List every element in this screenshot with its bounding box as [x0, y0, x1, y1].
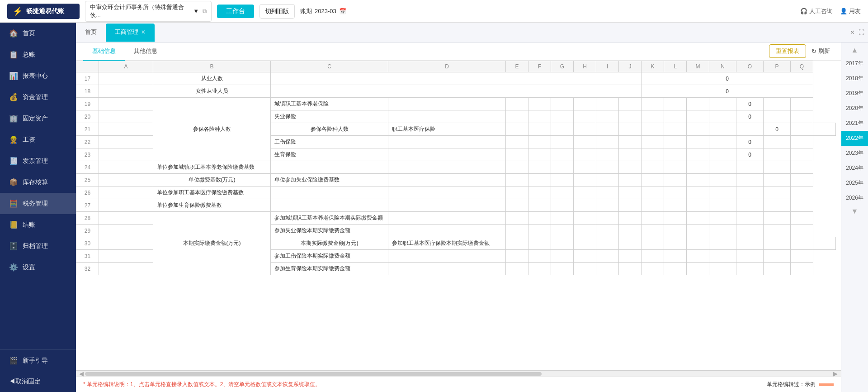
- workbench-button[interactable]: 工作台: [217, 5, 254, 18]
- sidebar-item-unpin[interactable]: ◀取消固定: [0, 371, 76, 392]
- cell-empty-22-5[interactable]: [596, 136, 619, 148]
- cell-empty-21-3[interactable]: [574, 123, 596, 136]
- scroll-right-btn[interactable]: ▶: [832, 370, 839, 377]
- cell-a-27[interactable]: [99, 199, 153, 212]
- cell-empty-29-5[interactable]: [596, 225, 619, 237]
- cell-b-17[interactable]: 从业人数: [153, 72, 271, 85]
- cell-empty-26-0[interactable]: [271, 186, 388, 199]
- tab-home[interactable]: 首页: [76, 24, 106, 42]
- cell-ln-20-0[interactable]: [642, 110, 664, 123]
- cell-empty-24-4[interactable]: [551, 161, 574, 174]
- cell-empty-31-2[interactable]: [528, 250, 551, 263]
- cell-pq-27-1[interactable]: [764, 199, 791, 212]
- cell-c-24[interactable]: 单位参加城镇职工基本养老保险缴费基数: [153, 161, 271, 174]
- cell-o-23[interactable]: 0: [736, 148, 764, 161]
- cell-b-18[interactable]: 女性从业人员: [153, 85, 271, 98]
- cell-empty-29-4[interactable]: [574, 225, 596, 237]
- sidebar-item-closing[interactable]: 📒 结账: [0, 214, 76, 235]
- cell-pq-19-0[interactable]: [764, 98, 791, 110]
- cell-pq-21-1[interactable]: [813, 123, 836, 136]
- cell-a-29[interactable]: [99, 225, 153, 237]
- cell-empty-32-3[interactable]: [551, 263, 574, 275]
- cell-empty-29-0[interactable]: [388, 225, 506, 237]
- cell-empty-30-1[interactable]: [528, 237, 551, 250]
- cell-a-28[interactable]: [99, 212, 153, 225]
- cell-b-28[interactable]: 本期实际缴费金额(万元): [153, 212, 271, 275]
- cell-empty-27-0[interactable]: [271, 199, 388, 212]
- cell-pq-23-1[interactable]: [791, 148, 813, 161]
- cell-o-32[interactable]: [736, 263, 764, 275]
- cell-ln-32-0[interactable]: [642, 263, 664, 275]
- cell-o-22[interactable]: 0: [736, 136, 764, 148]
- cell-ln-28-2[interactable]: [687, 212, 709, 225]
- cell-empty-28-6[interactable]: [619, 212, 642, 225]
- cell-empty-31-6[interactable]: [619, 250, 642, 263]
- cell-a-25[interactable]: [99, 174, 153, 186]
- cell-o-30[interactable]: [764, 237, 791, 250]
- cell-a-18[interactable]: [99, 85, 153, 98]
- cell-b-25[interactable]: 单位缴费基数(万元): [153, 174, 271, 186]
- cell-ln-31-0[interactable]: [642, 250, 664, 263]
- cell-ln-20-3[interactable]: [709, 110, 736, 123]
- cell-ln-31-3[interactable]: [709, 250, 736, 263]
- cell-empty-21-2[interactable]: [551, 123, 574, 136]
- cell-b-19[interactable]: 参保各险种人数: [153, 98, 271, 161]
- cell-a-32[interactable]: [99, 263, 153, 275]
- cell-ln-23-0[interactable]: [642, 148, 664, 161]
- cell-empty-27-6[interactable]: [596, 199, 619, 212]
- cell-ln-27-3[interactable]: [687, 199, 709, 212]
- cell-a-24[interactable]: [99, 161, 153, 174]
- cell-empty-26-5[interactable]: [574, 186, 596, 199]
- horizontal-scrollbar[interactable]: ◀ ▶: [76, 370, 841, 377]
- year-item-2024[interactable]: 2024年: [841, 161, 868, 176]
- cell-ln-20-1[interactable]: [664, 110, 687, 123]
- cell-empty-22-2[interactable]: [528, 136, 551, 148]
- cell-pq-29-0[interactable]: [764, 225, 791, 237]
- cell-ln-30-1[interactable]: [687, 237, 709, 250]
- cell-ln-27-1[interactable]: [642, 199, 664, 212]
- cell-empty-26-2[interactable]: [506, 186, 528, 199]
- cell-empty-23-0[interactable]: [388, 148, 506, 161]
- year-item-2017[interactable]: 2017年: [841, 56, 868, 71]
- year-item-2018[interactable]: 2018年: [841, 71, 868, 86]
- cell-ln-28-1[interactable]: [664, 212, 687, 225]
- sidebar-item-settings[interactable]: ⚙️ 设置: [0, 257, 76, 278]
- reset-report-button[interactable]: 重置报表: [769, 44, 806, 58]
- cell-empty-20-1[interactable]: [506, 110, 528, 123]
- cell-pq-22-1[interactable]: [791, 136, 813, 148]
- cell-empty-24-0[interactable]: [271, 161, 388, 174]
- cell-a-20[interactable]: [99, 110, 153, 123]
- year-down-button[interactable]: ▼: [849, 206, 860, 217]
- close-window-icon[interactable]: ✕: [850, 29, 855, 36]
- cell-ln-25-0[interactable]: [642, 174, 664, 186]
- cell-empty-31-1[interactable]: [506, 250, 528, 263]
- year-item-2022[interactable]: 2022年: [841, 131, 868, 146]
- cell-empty-24-3[interactable]: [528, 161, 551, 174]
- cell-empty-31-3[interactable]: [551, 250, 574, 263]
- cell-b-30[interactable]: 本期实际缴费金额(万元): [271, 237, 388, 250]
- sidebar-item-salary[interactable]: 👷 工资: [0, 129, 76, 150]
- cell-ln-27-0[interactable]: [619, 199, 642, 212]
- cell-o-21[interactable]: 0: [764, 123, 791, 136]
- cell-pq-30-0[interactable]: [791, 237, 813, 250]
- cell-empty-28-1[interactable]: [506, 212, 528, 225]
- cell-o-29[interactable]: [736, 225, 764, 237]
- cell-ln-29-1[interactable]: [664, 225, 687, 237]
- cell-o-31[interactable]: [736, 250, 764, 263]
- cell-empty-29-6[interactable]: [619, 225, 642, 237]
- cell-empty-21-5[interactable]: [619, 123, 642, 136]
- cell-empty-24-2[interactable]: [506, 161, 528, 174]
- sidebar-item-ledger[interactable]: 📋 总账: [0, 44, 76, 65]
- cell-ln-30-2[interactable]: [709, 237, 736, 250]
- scroll-left-btn[interactable]: ◀: [78, 370, 85, 377]
- cell-a-21[interactable]: [99, 123, 153, 136]
- cell-pq-20-0[interactable]: [764, 110, 791, 123]
- cell-ln-32-3[interactable]: [709, 263, 736, 275]
- cell-empty-22-0[interactable]: [388, 136, 506, 148]
- cell-o-26[interactable]: [709, 186, 736, 199]
- cell-empty-24-1[interactable]: [388, 161, 506, 174]
- sidebar-item-inventory[interactable]: 📦 库存核算: [0, 172, 76, 193]
- cell-ln-19-3[interactable]: [709, 98, 736, 110]
- cell-empty-25-1[interactable]: [506, 174, 528, 186]
- cell-empty-22-4[interactable]: [574, 136, 596, 148]
